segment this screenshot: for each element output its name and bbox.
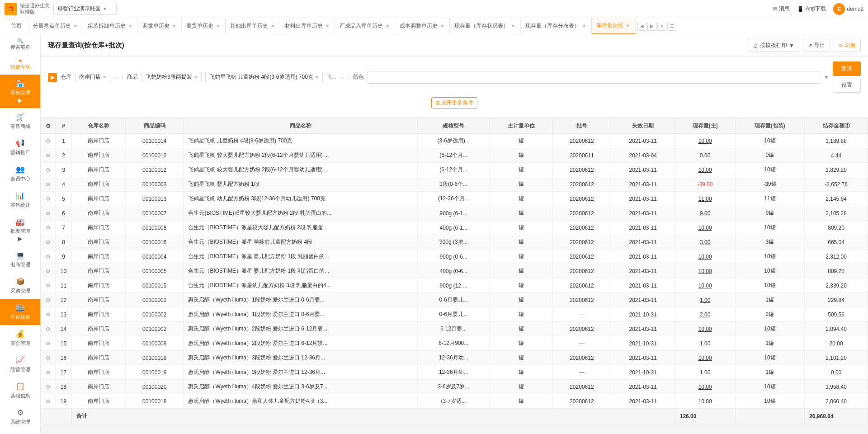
product-filter-tag-1[interactable]: 飞鹤奶粉3段两提装 ✕	[142, 72, 202, 82]
row-settings[interactable]: ⚙	[41, 177, 56, 192]
sidebar-item-retail-mall[interactable]: 🛒 零售商城	[0, 108, 40, 134]
tab-close-button[interactable]: ✕	[657, 22, 666, 31]
col-settings[interactable]: ⚙	[41, 118, 56, 134]
sidebar-item-ecommerce[interactable]: 💻 电商管理	[0, 246, 40, 273]
sidebar-item-enterprise[interactable]: 🤝 企业协同	[0, 430, 40, 434]
tab-stock-status[interactable]: 现存量（库存状况表） ✕	[450, 18, 521, 34]
row-settings[interactable]: ⚙	[41, 221, 56, 235]
row-stock-main[interactable]: 0.00	[675, 148, 735, 163]
sidebar-item-members[interactable]: 👥 会员中心	[0, 160, 40, 187]
row-stock-main[interactable]: 3.00	[675, 235, 735, 250]
tab-split-inventory-close-icon[interactable]: ✕	[73, 24, 78, 28]
tab-material-out[interactable]: 材料出库单历史 ✕	[280, 18, 335, 34]
row-stock-main[interactable]: 1.00	[675, 365, 735, 380]
query-button[interactable]: 查询	[833, 61, 861, 76]
color-filter-input[interactable]	[368, 71, 820, 84]
sidebar-item-retail-stats[interactable]: 📊 零售统计	[0, 187, 40, 213]
tab-assembly[interactable]: 组装拆卸单历史 ✕	[83, 18, 138, 34]
row-stock-main[interactable]: 10.00	[675, 380, 735, 394]
row-stock-main[interactable]: 10.00	[675, 134, 735, 148]
sidebar-item-finance[interactable]: 💰 资金管理	[0, 325, 40, 351]
filter-toggle-button[interactable]: ▶	[48, 73, 57, 82]
sidebar-item-wholesale[interactable]: 🏭 批发管理 ▶	[0, 213, 40, 246]
account-dropdown[interactable]: 母婴行业演示账套 ▼	[53, 3, 117, 15]
row-settings[interactable]: ⚙	[41, 206, 56, 221]
refresh-button[interactable]: ↻ 刷新	[834, 39, 861, 52]
row-settings[interactable]: ⚙	[41, 293, 56, 307]
user-profile[interactable]: E demo2	[833, 3, 863, 15]
row-stock-main[interactable]: 10.00	[675, 250, 735, 264]
row-settings[interactable]: ⚙	[41, 235, 56, 250]
tab-requisition-close-icon[interactable]: ✕	[215, 24, 221, 28]
tab-material-out-close-icon[interactable]: ✕	[325, 24, 330, 28]
row-stock-main[interactable]: 2.00	[675, 307, 735, 322]
row-stock-main[interactable]: 10.00	[675, 221, 735, 235]
row-stock-main[interactable]: -39.00	[675, 177, 735, 192]
row-stock-main[interactable]: 1.00	[675, 336, 735, 351]
app-download-button[interactable]: 📱 App下载	[797, 5, 826, 13]
row-stock-main[interactable]: 10.00	[675, 322, 735, 336]
row-settings[interactable]: ⚙	[41, 250, 56, 264]
tab-prev-button[interactable]: ◀	[637, 22, 646, 31]
sidebar-item-inventory[interactable]: 🏬 库存核算	[0, 299, 40, 325]
tab-stock-dist[interactable]: 现存量（库存分布表） ✕	[521, 18, 592, 34]
tab-batch-reconcile-close-icon[interactable]: ✕	[625, 23, 631, 28]
row-settings[interactable]: ⚙	[41, 278, 56, 293]
tab-product-in-close-icon[interactable]: ✕	[385, 24, 390, 28]
row-stock-main[interactable]: 1.00	[675, 293, 735, 307]
tab-assembly-close-icon[interactable]: ✕	[127, 24, 133, 28]
tab-mix-order-close-icon[interactable]: ✕	[171, 24, 177, 28]
sidebar-search[interactable]: 🔍 搜索英单	[0, 34, 40, 54]
row-settings[interactable]: ⚙	[41, 192, 56, 206]
product-tag-2-remove-icon[interactable]: ✕	[315, 75, 319, 80]
tab-cost-adjust[interactable]: 成本调整单历史 ✕	[395, 18, 450, 34]
tab-other-out[interactable]: 其他出库单历史 ✕	[226, 18, 280, 34]
export-button[interactable]: ↗ 导出	[803, 39, 830, 52]
message-button[interactable]: ✉ 消息	[773, 5, 790, 13]
sidebar-quicknav[interactable]: ★ 快捷导航	[0, 54, 40, 74]
row-settings[interactable]: ⚙	[41, 307, 56, 322]
tab-cost-adjust-close-icon[interactable]: ✕	[439, 24, 445, 28]
product-filter-tag-2[interactable]: 飞鹤星飞帆 儿童奶粉 4段(3-6岁适用) 700克 ✕	[205, 72, 323, 82]
row-stock-main[interactable]: 10.00	[675, 278, 735, 293]
row-settings[interactable]: ⚙	[41, 134, 56, 148]
tab-stock-dist-close-icon[interactable]: ✕	[581, 24, 587, 28]
sidebar-item-basics[interactable]: 📋 基础信息	[0, 377, 40, 404]
product-more-text[interactable]: 飞...	[326, 73, 336, 81]
row-stock-main[interactable]: 11.00	[675, 192, 735, 206]
sidebar-item-operations[interactable]: 📈 经营管理	[0, 351, 40, 377]
row-settings[interactable]: ⚙	[41, 148, 56, 163]
tab-requisition[interactable]: 要货单历史 ✕	[182, 18, 226, 34]
row-settings[interactable]: ⚙	[41, 163, 56, 177]
row-settings[interactable]: ⚙	[41, 365, 56, 380]
sidebar-item-retail-mgmt[interactable]: 🏪 零售管理 ▶	[0, 75, 40, 108]
row-settings[interactable]: ⚙	[41, 394, 56, 409]
row-stock-main[interactable]: 10.00	[675, 264, 735, 278]
row-stock-main[interactable]: 10.00	[675, 163, 735, 177]
sidebar-item-marketing[interactable]: 📢 营销推广	[0, 134, 40, 160]
product-more-ellipsis[interactable]: ...	[340, 74, 344, 80]
tab-batch-reconcile[interactable]: 库存批次账 ✕	[592, 18, 636, 34]
tab-next-button[interactable]: ▶	[647, 22, 656, 31]
warehouse-tag-remove-icon[interactable]: ✕	[103, 75, 106, 80]
row-settings[interactable]: ⚙	[41, 322, 56, 336]
expand-more-button[interactable]: ⊞ 展开更多条件	[431, 97, 477, 108]
tab-product-in[interactable]: 产成品入库单历史 ✕	[335, 18, 395, 34]
tab-home[interactable]: 首页	[5, 18, 28, 34]
tab-mix-order[interactable]: 调拨单历史 ✕	[138, 18, 182, 34]
row-stock-main[interactable]: 10.00	[675, 394, 735, 409]
tab-other-out-close-icon[interactable]: ✕	[270, 24, 275, 28]
print-button[interactable]: 🖨 按模板打印 ▼	[748, 39, 799, 52]
row-settings[interactable]: ⚙	[41, 264, 56, 278]
row-stock-main[interactable]: 9.00	[675, 206, 735, 221]
row-settings[interactable]: ⚙	[41, 336, 56, 351]
warehouse-more-icon[interactable]: ...	[114, 74, 118, 80]
settings-button[interactable]: 设置	[833, 78, 861, 93]
row-stock-main[interactable]: 10.00	[675, 351, 735, 365]
warehouse-filter-tag[interactable]: 南岸门店 ✕	[75, 72, 110, 82]
row-settings[interactable]: ⚙	[41, 380, 56, 394]
tab-menu-button[interactable]: ☰	[667, 22, 676, 31]
sidebar-item-system[interactable]: ⚙ 系统管理	[0, 404, 40, 430]
product-tag-1-remove-icon[interactable]: ✕	[194, 75, 198, 80]
tab-stock-status-close-icon[interactable]: ✕	[510, 24, 516, 28]
